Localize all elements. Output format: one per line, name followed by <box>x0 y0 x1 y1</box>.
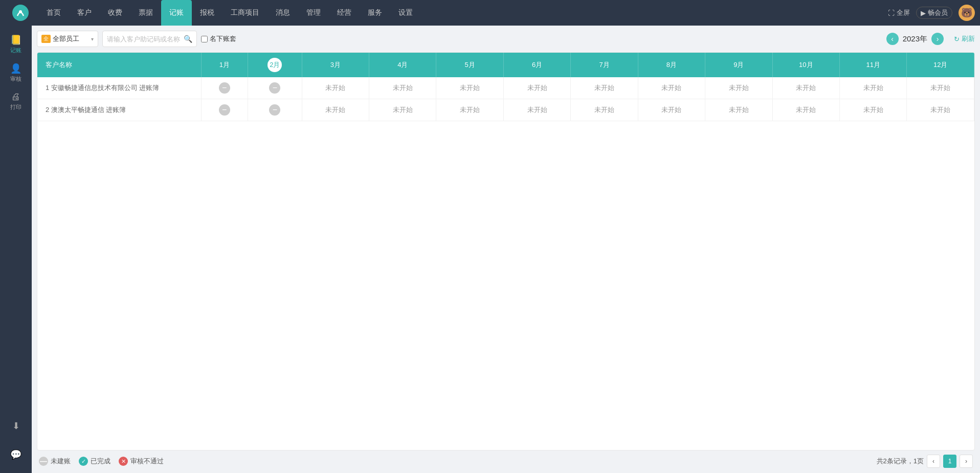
company-name: 澳澳太平畅捷通信 <box>51 106 104 114</box>
print-icon: 🖨 <box>11 92 20 102</box>
download-icon: ⬇ <box>12 420 20 432</box>
status-not-started-text: 未开始 <box>729 106 749 114</box>
sidebar-item-bookkeeping[interactable]: 📒 记账 <box>3 31 29 57</box>
nav-settings[interactable]: 设置 <box>390 0 421 26</box>
status-not-started-text: 未开始 <box>325 84 345 92</box>
nav-operation[interactable]: 经营 <box>329 0 360 26</box>
nav-service[interactable]: 服务 <box>360 0 390 26</box>
content-area: 全 全部员工 ▾ 🔍 名下账套 ‹ 2023年 › ↻ 刷新 <box>32 26 980 473</box>
employee-badge: 全 <box>41 35 51 43</box>
status-dash-icon: − <box>269 104 280 116</box>
month-cell-r0-m3: 未开始 <box>369 77 436 99</box>
nav-customer[interactable]: 客户 <box>69 0 100 26</box>
page-next-button[interactable]: › <box>960 455 973 468</box>
nav-bookkeeping[interactable]: 记账 <box>161 0 192 26</box>
avatar[interactable]: 🐻 <box>959 5 975 21</box>
status-not-started-text: 未开始 <box>393 106 413 114</box>
status-not-started-text: 未开始 <box>796 106 816 114</box>
sidebar-label-bookkeeping: 记账 <box>10 47 21 54</box>
month-cell-r0-m0[interactable]: − <box>201 77 248 99</box>
month-cell-r0-m11: 未开始 <box>907 77 974 99</box>
year-nav: ‹ 2023年 › <box>886 33 944 45</box>
chevron-down-icon: ▾ <box>91 36 94 42</box>
checkbox-label[interactable]: 名下账套 <box>201 34 236 43</box>
sidebar-item-audit[interactable]: 👤 审核 <box>3 59 29 86</box>
vip-button[interactable]: ▶ 畅会员 <box>916 7 952 19</box>
enter-ledger-link[interactable]: 进账簿 <box>106 106 126 114</box>
toolbar: 全 全部员工 ▾ 🔍 名下账套 ‹ 2023年 › ↻ 刷新 <box>37 31 975 47</box>
sidebar-label-audit: 审核 <box>10 75 21 83</box>
vip-icon: ▶ <box>921 9 926 17</box>
enter-ledger-link[interactable]: 进账簿 <box>139 84 159 92</box>
top-nav-right: ⛶ 全屏 ▶ 畅会员 🐻 <box>888 5 975 21</box>
legend-label-completed: 已完成 <box>91 457 110 466</box>
month-cell-r0-m10: 未开始 <box>840 77 907 99</box>
month-cell-r1-m8: 未开始 <box>705 99 772 121</box>
status-not-started-text: 未开始 <box>460 84 480 92</box>
col-jun: 6月 <box>503 53 570 77</box>
sidebar-item-download[interactable]: ⬇ <box>3 413 29 439</box>
month-cell-r0-m1[interactable]: − <box>248 77 302 99</box>
employee-select[interactable]: 全 全部员工 ▾ <box>37 31 98 47</box>
year-next-button[interactable]: › <box>931 33 944 45</box>
sidebar-item-chat[interactable]: 💬 <box>3 441 29 468</box>
month-cell-r0-m4: 未开始 <box>436 77 503 99</box>
status-not-started-text: 未开始 <box>527 84 547 92</box>
page-prev-button[interactable]: ‹ <box>927 455 940 468</box>
month-cell-r1-m0[interactable]: − <box>201 99 248 121</box>
month-cell-r1-m7: 未开始 <box>638 99 705 121</box>
legend-label-not-built: 未建账 <box>51 457 71 466</box>
status-not-started-text: 未开始 <box>729 84 749 92</box>
status-not-started-text: 未开始 <box>930 106 950 114</box>
main-table: 客户名称 1月 2月 3月 4月 5月 6月 7月 8月 9月 10月 11月 … <box>37 53 974 121</box>
table-row: 2 澳澳太平畅捷通信 进账簿−−未开始未开始未开始未开始未开始未开始未开始未开始… <box>37 99 974 121</box>
nav-tax[interactable]: 报税 <box>192 0 222 26</box>
status-not-started-text: 未开始 <box>796 84 816 92</box>
month-cell-r1-m5: 未开始 <box>503 99 570 121</box>
status-not-started-text: 未开始 <box>661 84 681 92</box>
status-not-started-text: 未开始 <box>863 84 883 92</box>
year-display: 2023年 <box>903 34 927 44</box>
status-not-started-text: 未开始 <box>594 106 614 114</box>
bookkeeping-icon: 📒 <box>10 34 21 46</box>
checkbox-text: 名下账套 <box>210 34 236 43</box>
nav-message[interactable]: 消息 <box>268 0 298 26</box>
status-not-started-text: 未开始 <box>527 106 547 114</box>
fullscreen-button[interactable]: ⛶ 全屏 <box>888 8 910 17</box>
month-cell-r1-m6: 未开始 <box>571 99 638 121</box>
month-cell-r0-m7: 未开始 <box>638 77 705 99</box>
col-customer: 客户名称 <box>37 53 201 77</box>
month-cell-r1-m4: 未开始 <box>436 99 503 121</box>
nav-home[interactable]: 首页 <box>38 0 69 26</box>
sidebar-item-print[interactable]: 🖨 打印 <box>3 88 29 115</box>
month-cell-r1-m1[interactable]: − <box>248 99 302 121</box>
col-dec: 12月 <box>907 53 974 77</box>
col-aug: 8月 <box>638 53 705 77</box>
nav-invoice[interactable]: 票据 <box>130 0 161 26</box>
col-jul: 7月 <box>571 53 638 77</box>
year-prev-button[interactable]: ‹ <box>886 33 899 45</box>
chat-icon: 💬 <box>10 449 21 460</box>
col-oct: 10月 <box>772 53 839 77</box>
customer-cell-1: 2 澳澳太平畅捷通信 进账簿 <box>37 99 201 121</box>
search-input[interactable] <box>107 35 184 43</box>
nav-business[interactable]: 工商项目 <box>222 0 268 26</box>
legend-not-built: — 未建账 <box>39 457 71 466</box>
checkbox-mine[interactable] <box>201 36 208 42</box>
sidebar: 📒 记账 👤 审核 🖨 打印 ⬇ 💬 <box>0 26 32 473</box>
legend-dot-teal: ✓ <box>79 457 88 466</box>
month-cell-r1-m2: 未开始 <box>302 99 369 121</box>
status-dash-icon: − <box>219 104 230 116</box>
month-cell-r0-m9: 未开始 <box>772 77 839 99</box>
svg-point-1 <box>19 10 22 13</box>
status-not-started-text: 未开始 <box>460 106 480 114</box>
sidebar-bottom: ⬇ 💬 <box>3 413 29 468</box>
search-icon[interactable]: 🔍 <box>184 35 192 43</box>
refresh-button[interactable]: ↻ 刷新 <box>954 34 975 43</box>
page-1-button[interactable]: 1 <box>943 455 956 468</box>
nav-charge[interactable]: 收费 <box>100 0 130 26</box>
main-layout: 📒 记账 👤 审核 🖨 打印 ⬇ 💬 全 全部员工 ▾ <box>0 26 980 473</box>
col-apr: 4月 <box>369 53 436 77</box>
nav-manage[interactable]: 管理 <box>298 0 329 26</box>
table-row: 1 安徽畅捷通信息技术有限公司 进账簿−−未开始未开始未开始未开始未开始未开始未… <box>37 77 974 99</box>
